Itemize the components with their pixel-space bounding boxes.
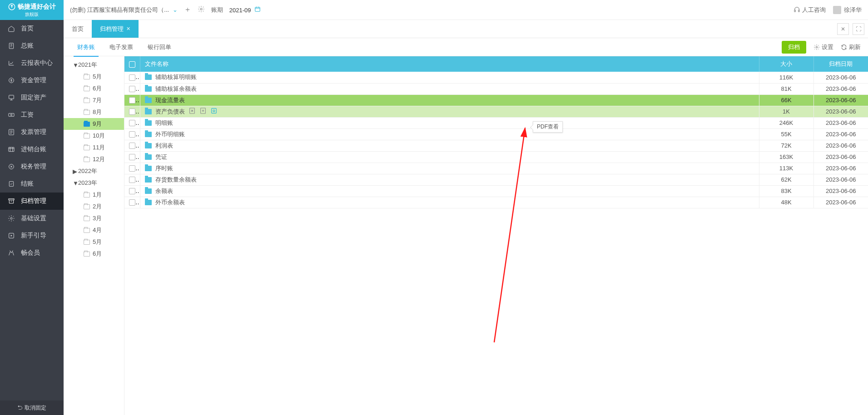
svg-point-21 [213,110,215,112]
sidebar-item-invoice[interactable]: 发票管理 [0,124,64,141]
sidebar-item-chart[interactable]: 云报表中心 [0,54,64,72]
sidebar-item-asset[interactable]: 固定资产 [0,89,64,106]
tree-month[interactable]: 11月 [64,142,124,153]
topbar: 畅捷通好会计 旗舰版 (勿删) 江西服宝精品有限责任公司（... ⌄ ＋ 账期 … [0,0,868,20]
fullscreen-button[interactable]: ⛶ [853,23,864,35]
row-checkbox[interactable] [129,199,135,206]
sidebar-item-member[interactable]: 畅会员 [0,244,64,262]
row-checkbox[interactable] [129,86,135,92]
tree-month[interactable]: 2月 [64,201,124,212]
page-tab[interactable]: 归档管理✕ [92,20,139,38]
brand-logo: 畅捷通好会计 旗舰版 [0,0,64,20]
sidebar-item-label: 工资 [21,111,34,119]
table-row[interactable]: 资产负债表 1K2023-06-06 [124,106,868,117]
page-tab[interactable]: 首页 [64,20,92,38]
excel-download-icon[interactable] [188,107,196,116]
table-row[interactable]: 辅助核算明细账116K2023-06-06 [124,72,868,83]
row-checkbox[interactable] [129,165,135,172]
table-row[interactable]: 存货数量余额表62K2023-06-06 [124,174,868,185]
company-selector[interactable]: (勿删) 江西服宝精品有限责任公司（... ⌄ [70,6,178,14]
folder-icon [84,252,90,257]
tree-month[interactable]: 3月 [64,212,124,224]
archive-button[interactable]: 归档 [782,41,806,54]
tree-month[interactable]: 6月 [64,83,124,94]
table-row[interactable]: 外币明细账55K2023-06-06 [124,128,868,140]
row-checkbox[interactable] [129,131,135,138]
support-link[interactable]: 人工咨询 [794,6,826,14]
row-checkbox[interactable] [129,97,135,104]
column-header-date[interactable]: 归档日期 [813,56,868,72]
select-all-checkbox[interactable] [129,61,135,68]
table-row[interactable]: 明细账246K2023-06-06 [124,117,868,128]
table-row[interactable]: 外币余额表48K2023-06-06 [124,197,868,208]
tree-year[interactable]: ▶ 2022年 [64,165,124,177]
pdf-view-tooltip: PDF查看 [533,121,563,133]
tree-year[interactable]: ▼ 2021年 [64,59,124,71]
row-checkbox[interactable] [129,120,135,126]
pdf-view-icon[interactable] [210,107,218,116]
gear-icon[interactable] [198,5,205,15]
column-header-size[interactable]: 大小 [759,56,813,72]
folder-icon [145,109,152,114]
tree-month[interactable]: 12月 [64,153,124,165]
row-checkbox[interactable] [129,188,135,194]
tree-month[interactable]: 5月 [64,236,124,248]
tree-month[interactable]: 6月 [64,248,124,260]
row-checkbox[interactable] [129,154,135,160]
refresh-button[interactable]: 刷新 [841,43,861,51]
table-row[interactable]: 余额表83K2023-06-06 [124,185,868,197]
sidebar-item-home[interactable]: 首页 [0,20,64,37]
table-row[interactable]: 利润表72K2023-06-06 [124,140,868,151]
sidebar-item-fund[interactable]: 资金管理 [0,72,64,89]
svg-rect-20 [211,109,216,114]
sidebar-item-tax[interactable]: 税务管理 [0,158,64,175]
tree-month[interactable]: 7月 [64,94,124,106]
folder-icon [145,188,152,194]
folder-icon [84,216,90,221]
pdf-download-icon[interactable] [199,107,207,116]
sub-tab[interactable]: 电子发票 [102,38,140,56]
table-row[interactable]: 序时账113K2023-06-06 [124,163,868,174]
table-row[interactable]: 现金流量表66K2023-06-06 [124,94,868,106]
period-picker[interactable]: 2021-09 [229,6,261,14]
sidebar-item-ledger[interactable]: 总账 [0,37,64,54]
row-checkbox[interactable] [129,143,135,149]
archive-date: 2023-06-06 [813,163,868,174]
folder-icon [84,110,90,115]
settings-button[interactable]: 设置 [813,43,833,51]
tree-month[interactable]: 4月 [64,224,124,236]
file-name: 外币明细账 [155,130,185,138]
folder-icon [145,132,152,137]
refresh-icon [841,44,847,50]
sidebar-item-close[interactable]: 结账 [0,175,64,193]
close-icon [7,180,15,188]
sub-tab[interactable]: 银行回单 [140,38,179,56]
sidebar-item-archive[interactable]: 归档管理 [0,193,64,210]
tree-month[interactable]: 10月 [64,130,124,142]
sidebar-item-gear[interactable]: 基础设置 [0,210,64,227]
row-checkbox[interactable] [129,109,135,115]
column-header-name[interactable]: 文件名称 [140,56,759,72]
table-row[interactable]: 辅助核算余额表81K2023-06-06 [124,83,868,94]
tree-month[interactable]: 8月 [64,106,124,118]
add-icon[interactable]: ＋ [184,5,191,15]
sub-tab[interactable]: 财务账 [70,38,102,56]
tree-year[interactable]: ▼ 2023年 [64,177,124,189]
archive-date: 2023-06-06 [813,185,868,197]
unpin-sidebar[interactable]: ⮌ 取消固定 [0,400,64,415]
row-checkbox[interactable] [129,74,135,81]
sidebar-item-label: 发票管理 [21,128,46,136]
sidebar-item-inout[interactable]: 进销台账 [0,141,64,158]
tree-month[interactable]: 1月 [64,189,124,201]
row-checkbox[interactable] [129,177,135,183]
close-all-tabs-button[interactable]: ✕ [837,23,849,35]
tree-month[interactable]: 9月 [64,118,124,130]
user-menu[interactable]: 徐泽华 [833,6,862,14]
sidebar-item-guide[interactable]: 新手引导 [0,227,64,244]
sidebar-item-label: 新手引导 [21,232,46,240]
close-icon[interactable]: ✕ [126,26,130,32]
tree-month[interactable]: 5月 [64,71,124,83]
table-row[interactable]: 凭证163K2023-06-06 [124,151,868,163]
caret-down-icon: ▼ [73,180,78,187]
sidebar-item-salary[interactable]: 工资 [0,106,64,124]
